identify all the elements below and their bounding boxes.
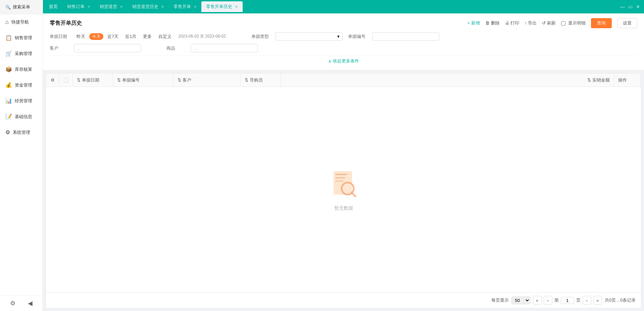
- display-cols-label: 显示明细: [568, 20, 586, 26]
- next-page-btn[interactable]: ›: [583, 296, 591, 305]
- th-customer-sort-icon: ⇅: [178, 77, 181, 83]
- svg-line-6: [352, 193, 355, 196]
- refresh-button[interactable]: ↺ 刷新: [542, 20, 556, 26]
- tab-sales-order-close[interactable]: ✕: [87, 5, 90, 9]
- close-btn[interactable]: ✕: [636, 4, 640, 9]
- doc-type-label: 单据类型: [251, 34, 270, 40]
- tab-home[interactable]: 首页: [44, 1, 62, 12]
- export-button[interactable]: ↑ 导出: [525, 20, 537, 26]
- search-icon: 🔍: [5, 5, 11, 10]
- th-no[interactable]: ⇅ 单据编号: [113, 73, 174, 87]
- sidebar-item-sales-mgmt[interactable]: 📋 销售管理: [0, 30, 43, 46]
- th-date[interactable]: ⇅ 单据日期: [73, 73, 113, 87]
- date-option-today[interactable]: 今天: [89, 33, 103, 40]
- add-button[interactable]: + 新增: [467, 20, 480, 26]
- minimize-btn[interactable]: —: [620, 4, 625, 9]
- settings-col-icon: ⚙: [51, 77, 55, 83]
- collapse-filter-btn[interactable]: ∧ 收起更多条件: [50, 56, 637, 66]
- th-salesperson[interactable]: ⇅ 导购员: [241, 73, 281, 87]
- sidebar-item-label: 销售管理: [15, 35, 32, 41]
- date-option-last-month[interactable]: 近1月: [122, 33, 139, 40]
- tab-sales-return-close[interactable]: ✕: [120, 5, 123, 9]
- th-amount-sort-icon: ⇅: [587, 77, 591, 83]
- svg-rect-2: [335, 177, 345, 178]
- sidebar-item-label: 基础信息: [15, 114, 32, 120]
- page-input[interactable]: [561, 297, 574, 304]
- top-tab-bar: 首页 销售订单 ✕ 销货退货 ✕ 销货退货历史 ✕ 零售开单 ✕ 零售开单历史 …: [43, 0, 644, 13]
- filter-area: 单据日期 昨天 今天 近7天 近1月 更多 自定义 2023-06-02 至 2…: [50, 32, 637, 70]
- sidebar-item-basic-info[interactable]: 📝 基础信息: [0, 109, 43, 124]
- th-settings[interactable]: ⚙: [46, 73, 59, 87]
- purchase-icon: 🛒: [5, 50, 12, 57]
- date-range-display: 2023-06-02 至 2023-06-02: [178, 34, 226, 39]
- sidebar-search[interactable]: 🔍 搜索采单: [0, 0, 43, 14]
- window-controls: — ▭ ✕: [620, 4, 643, 9]
- sidebar-item-system[interactable]: ⚙ 系统管理: [0, 124, 43, 140]
- sidebar-item-label: 系统管理: [13, 129, 30, 136]
- table-area: ⚙ ⇅ 单据日期 ⇅ 单据编号 ⇅ 客户 ⇅: [46, 73, 641, 308]
- date-option-custom[interactable]: 自定义: [156, 33, 174, 40]
- sidebar-collapse-btn[interactable]: ◀: [28, 300, 33, 307]
- sidebar-item-operations[interactable]: 📊 经营管理: [0, 93, 43, 109]
- chevron-down-icon: ▾: [337, 34, 340, 39]
- sidebar-item-purchase-mgmt[interactable]: 🛒 采购管理: [0, 46, 43, 61]
- date-option-last7[interactable]: 近7天: [105, 33, 121, 40]
- sidebar-item-inventory[interactable]: 📦 库存核算: [0, 61, 43, 77]
- query-button[interactable]: 查询: [591, 18, 612, 28]
- last-page-btn[interactable]: »: [593, 296, 602, 305]
- display-cols-checkbox[interactable]: 显示明细: [561, 20, 586, 26]
- tab-sales-return-label: 销货退货: [100, 4, 117, 10]
- tab-home-label: 首页: [49, 4, 58, 10]
- date-filter-label: 单据日期: [50, 34, 68, 40]
- tab-sales-return[interactable]: 销货退货 ✕: [95, 1, 128, 12]
- inventory-icon: 📦: [5, 66, 12, 72]
- prev-page-btn[interactable]: ‹: [544, 296, 552, 305]
- goods-select[interactable]: ...: [191, 44, 258, 52]
- date-option-more[interactable]: 更多: [140, 33, 154, 40]
- select-all-checkbox[interactable]: [64, 78, 68, 83]
- page-size-select[interactable]: 10 20 50 100: [511, 297, 530, 304]
- tab-retail-open-history-close[interactable]: ✕: [235, 5, 238, 9]
- footer-settings-btn[interactable]: ⚙: [10, 300, 15, 307]
- doc-no-input[interactable]: [372, 32, 439, 41]
- page-summary: 共0页，0条记录: [605, 297, 636, 303]
- display-cols-input[interactable]: [561, 21, 565, 25]
- restore-btn[interactable]: ▭: [628, 4, 633, 9]
- doc-no-label: 单据编号: [348, 34, 367, 40]
- sidebar-item-label: 快捷导航: [11, 19, 29, 25]
- tab-sales-order[interactable]: 销售订单 ✕: [62, 1, 95, 12]
- th-no-sort-icon: ⇅: [117, 77, 121, 83]
- tab-sales-return-history-close[interactable]: ✕: [161, 5, 164, 9]
- date-option-yesterday[interactable]: 昨天: [74, 33, 88, 40]
- customer-select[interactable]: ...: [74, 44, 141, 52]
- empty-text: 暂无数据: [334, 205, 353, 211]
- tab-sales-return-history[interactable]: 销货退货历史 ✕: [128, 1, 169, 12]
- doc-type-select[interactable]: ▾: [276, 32, 343, 41]
- goods-placeholder: ...: [194, 46, 255, 51]
- th-amount[interactable]: ⇅ 实销金额: [281, 73, 614, 87]
- sidebar-footer: ⚙ ◀: [0, 295, 43, 311]
- delete-button[interactable]: 🗑 删除: [485, 20, 500, 26]
- empty-state: 暂无数据: [46, 87, 641, 292]
- tab-retail-open-close[interactable]: ✕: [194, 5, 197, 9]
- page-content: 零售开单历史 + 新增 🗑 删除 🖨 打印 ↑ 导出 ↺ 刷新 显示明细 查询 …: [43, 13, 644, 311]
- page-nav: « ‹ 第 页 › »: [533, 296, 602, 305]
- tab-retail-open[interactable]: 零售开单 ✕: [169, 1, 201, 12]
- page-size-label: 每页显示: [491, 297, 509, 303]
- svg-rect-3: [335, 180, 344, 182]
- first-page-btn[interactable]: «: [533, 296, 542, 305]
- tab-retail-open-history[interactable]: 零售开单历史 ✕: [201, 1, 243, 12]
- th-customer[interactable]: ⇅ 客户: [174, 73, 241, 87]
- settings-button[interactable]: 设置: [617, 18, 637, 28]
- sidebar-item-finance[interactable]: 💰 资金管理: [0, 77, 43, 93]
- th-customer-text: 客户: [183, 77, 191, 83]
- sidebar-item-quick-nav[interactable]: ⌂ 快捷导航: [0, 14, 43, 30]
- table-header: ⚙ ⇅ 单据日期 ⇅ 单据编号 ⇅ 客户 ⇅: [46, 73, 641, 87]
- print-button[interactable]: 🖨 打印: [505, 20, 519, 26]
- sidebar-search-label: 搜索采单: [13, 4, 30, 10]
- basic-info-icon: 📝: [5, 113, 12, 120]
- sidebar: 🔍 搜索采单 ⌂ 快捷导航 📋 销售管理 🛒 采购管理 📦 库存核算 💰 资金管…: [0, 0, 43, 311]
- th-checkbox[interactable]: [59, 73, 73, 87]
- page-label: 页: [576, 297, 581, 303]
- svg-point-5: [344, 185, 352, 193]
